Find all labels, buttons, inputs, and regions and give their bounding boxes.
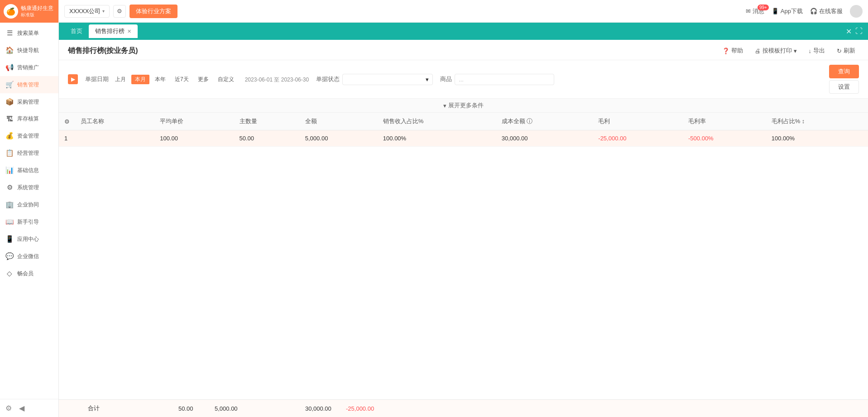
- export-icon: ↓: [809, 48, 812, 54]
- cell-gross: -25,000.00: [593, 130, 683, 147]
- filter-buttons: 查询 设置: [829, 65, 859, 94]
- app-download-label: App下载: [781, 7, 803, 15]
- sales-icon: 🛒: [5, 81, 14, 89]
- date-tab-cur-month[interactable]: 本月: [131, 75, 149, 84]
- headset-icon: 🎧: [810, 8, 817, 14]
- table-area: ⚙ 员工名称 平均单价 主数量 全额: [59, 113, 868, 399]
- sidebar-item-apps[interactable]: 📱 应用中心: [0, 230, 58, 248]
- help-button[interactable]: ❓ 帮助: [719, 45, 747, 56]
- expand-label: 展开更多条件: [448, 101, 484, 110]
- date-tab-last7[interactable]: 近7天: [171, 75, 192, 84]
- logo-text-block: 畅康通好生意 标准版: [21, 5, 53, 18]
- date-tab-prev-month[interactable]: 上月: [111, 75, 129, 84]
- app-download-button[interactable]: 📱 App下载: [772, 7, 803, 15]
- top-header: XXXXX公司 ▾ ⚙ 体验行业方案 ✉ 消息 99+ 📱 App下载 🎧 在线…: [59, 0, 868, 23]
- sidebar-item-operations[interactable]: 📋 经营管理: [0, 144, 58, 162]
- col-settings[interactable]: ⚙: [59, 113, 75, 130]
- message-badge: 99+: [758, 5, 769, 10]
- sidebar-item-wechat[interactable]: 💬 企业微信: [0, 248, 58, 265]
- sidebar-item-sales[interactable]: 🛒 销售管理: [0, 76, 58, 93]
- finance-icon: 💰: [5, 132, 14, 140]
- inventory-icon: 🏗: [5, 115, 14, 123]
- guide-icon: 📖: [5, 218, 14, 226]
- tab-bar-expand-icon[interactable]: ⛶: [855, 27, 863, 35]
- print-label: 按模板打印: [762, 47, 792, 55]
- tab-bar-close-icon[interactable]: ✕: [846, 27, 852, 36]
- sidebar-label-member: 畅会员: [17, 270, 34, 278]
- sidebar-item-marketing[interactable]: 📢 营销推广: [0, 59, 58, 76]
- app-download-icon: 📱: [772, 8, 779, 14]
- online-service-label: 在线客服: [819, 7, 843, 15]
- trial-button[interactable]: 体验行业方案: [129, 5, 177, 18]
- tab-close-icon[interactable]: ✕: [127, 29, 131, 34]
- sidebar-label-apps: 应用中心: [17, 235, 39, 243]
- export-label: 导出: [813, 47, 825, 55]
- avatar[interactable]: [850, 5, 863, 18]
- page-title: 销售排行榜(按业务员): [68, 46, 138, 56]
- sidebar-label-purchase: 采购管理: [17, 98, 39, 106]
- sidebar-item-purchase[interactable]: 📦 采购管理: [0, 93, 58, 110]
- data-table: ⚙ 员工名称 平均单价 主数量 全额: [59, 113, 868, 147]
- print-button[interactable]: 🖨 按模板打印 ▾: [751, 45, 801, 56]
- message-button[interactable]: ✉ 消息 99+: [746, 7, 764, 15]
- sidebar-label-finance: 资金管理: [17, 132, 39, 140]
- sidebar-label-operations: 经营管理: [17, 149, 39, 157]
- sidebar-label-wechat: 企业微信: [17, 253, 39, 260]
- col-amount: 全额: [300, 113, 378, 130]
- system-icon: ⚙: [5, 183, 14, 192]
- expand-button[interactable]: ▾ 展开更多条件: [443, 101, 484, 110]
- footer-collapse-icon[interactable]: ◀: [19, 404, 24, 412]
- tab-bar: 首页 销售排行榜 ✕ ✕ ⛶: [59, 23, 868, 40]
- cell-cost: 30,000.00: [496, 130, 593, 147]
- expand-bar: ▾ 展开更多条件: [59, 99, 868, 113]
- filter-toggle-button[interactable]: ▶: [68, 74, 78, 84]
- date-tab-cur-year[interactable]: 本年: [151, 75, 169, 84]
- basic-icon: 📊: [5, 166, 14, 174]
- status-select[interactable]: ▾: [342, 74, 433, 85]
- footer-totals: 合计 50.00 5,000.00 30,000.00 -25,000.00: [59, 399, 868, 417]
- export-button[interactable]: ↓ 导出: [805, 45, 829, 56]
- col-qty: 主数量: [234, 113, 300, 130]
- online-service-button[interactable]: 🎧 在线客服: [810, 7, 843, 15]
- cell-gross-rate: -500.00%: [683, 130, 766, 147]
- col-gross: 毛利: [593, 113, 683, 130]
- col-gross-pct: 毛利占比% ↕: [766, 113, 868, 130]
- content-area: 销售排行榜(按业务员) ❓ 帮助 🖨 按模板打印 ▾ ↓ 导出 ↻ 刷新: [59, 40, 868, 417]
- cell-rank: 1: [59, 130, 75, 147]
- sidebar-item-finance[interactable]: 💰 资金管理: [0, 127, 58, 144]
- date-tab-more[interactable]: 更多: [194, 75, 212, 84]
- page-actions: ❓ 帮助 🖨 按模板打印 ▾ ↓ 导出 ↻ 刷新: [719, 45, 859, 56]
- col-cost: 成本全额 ⓘ: [496, 113, 593, 130]
- filter-row-1: ▶ 单据日期 上月 本月 本年 近7天 更多 自定义 202: [68, 65, 859, 94]
- status-filter: 单据状态 ▾: [316, 74, 433, 85]
- filter-settings-button[interactable]: 设置: [829, 80, 859, 94]
- sidebar-item-enterprise[interactable]: 🏢 企业协同: [0, 196, 58, 213]
- table-header-row: ⚙ 员工名称 平均单价 主数量 全额: [59, 113, 868, 130]
- tab-sales-rank[interactable]: 销售排行榜 ✕: [89, 24, 138, 38]
- sidebar-item-basic[interactable]: 📊 基础信息: [0, 162, 58, 179]
- enterprise-icon: 🏢: [5, 201, 14, 209]
- date-tab-custom[interactable]: 自定义: [214, 75, 238, 84]
- footer-settings-icon[interactable]: ⚙: [5, 404, 12, 412]
- refresh-button[interactable]: ↻ 刷新: [833, 45, 859, 56]
- refresh-label: 刷新: [844, 47, 855, 55]
- sidebar-item-guide[interactable]: 📖 新手引导: [0, 213, 58, 230]
- sidebar-logo: 🍊 畅康通好生意 标准版: [0, 0, 58, 23]
- logo-subtitle: 标准版: [21, 12, 53, 18]
- member-icon: ◇: [5, 269, 14, 278]
- col-sales-pct: 销售收入占比%: [378, 113, 496, 130]
- settings-button[interactable]: ⚙: [113, 5, 126, 18]
- logo-icon: 🍊: [4, 4, 18, 19]
- sidebar-item-inventory[interactable]: 🏗 库存核算: [0, 110, 58, 127]
- sidebar-item-shortcut[interactable]: 🏠 快捷导航: [0, 42, 58, 59]
- sidebar-item-search[interactable]: ☰ 搜索菜单: [0, 24, 58, 42]
- sidebar-item-system[interactable]: ⚙ 系统管理: [0, 179, 58, 196]
- company-selector[interactable]: XXXXX公司 ▾: [64, 5, 110, 18]
- cell-sales-pct: 100.00%: [378, 130, 496, 147]
- footer-qty: 50.00: [173, 405, 209, 412]
- cell-gross-pct: 100.00%: [766, 130, 868, 147]
- product-input[interactable]: ...: [455, 74, 554, 85]
- sidebar-item-member[interactable]: ◇ 畅会员: [0, 265, 58, 282]
- query-button[interactable]: 查询: [829, 65, 859, 78]
- tab-home[interactable]: 首页: [64, 24, 89, 38]
